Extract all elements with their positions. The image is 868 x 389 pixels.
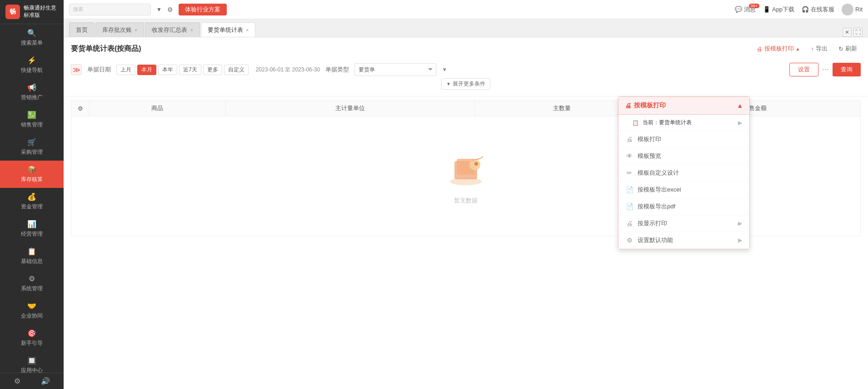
sidebar-label-inventory: 库存核算	[21, 176, 43, 183]
sidebar-item-sales[interactable]: 💹销售管理	[0, 106, 64, 133]
dropdown-icon-export-pdf: 📄	[626, 203, 633, 210]
app-download-btn[interactable]: 📱 App下载	[763, 5, 794, 14]
more-btn[interactable]: ...	[822, 63, 829, 76]
dropdown-item-template-print[interactable]: 🖨模板打印	[619, 131, 749, 148]
expand-more-btn[interactable]: ▼ 展开更多条件	[441, 78, 490, 90]
sidebar-item-collab[interactable]: 🤝企业协同	[0, 297, 64, 324]
sidebar-icon-search: 🔍	[27, 29, 36, 37]
trial-button[interactable]: 体验行业方案	[179, 4, 227, 15]
dropdown-icon-template-print: 🖨	[626, 136, 633, 143]
col-header-settings: ⚙	[71, 101, 90, 116]
dropdown-label-export-excel: 按模板导出excel	[638, 186, 681, 194]
sidebar-item-basic[interactable]: 📋基础信息	[0, 242, 64, 270]
refresh-icon: ↻	[838, 45, 843, 52]
sidebar-label-appstore: 应用中心	[21, 367, 43, 373]
sidebar-label-quick-nav: 快捷导航	[21, 66, 43, 74]
topbar-dropdown-arrow[interactable]: ▼	[156, 6, 162, 13]
sidebar-icon-guide: 🎯	[27, 329, 36, 338]
sidebar-label-search: 搜索菜单	[21, 39, 43, 47]
window-controls: ✕ ⛶	[843, 28, 863, 37]
message-icon: 💬	[735, 6, 742, 13]
sub-chevron-set-default: ▶	[738, 237, 742, 243]
dropdown-icon-template-preview: 👁	[626, 152, 633, 160]
expand-window-btn[interactable]: ⛶	[853, 28, 863, 37]
order-type-label: 单据类型	[325, 66, 349, 74]
date-btn-this-month[interactable]: 本月	[137, 65, 156, 75]
dropdown-item-template-design[interactable]: ✏模板自定义设计	[619, 165, 749, 182]
order-type-select[interactable]: 要货单	[354, 63, 436, 76]
page-title: 要货单统计表(按商品)	[71, 44, 141, 54]
sidebar-item-appstore[interactable]: 🔲应用中心	[0, 352, 64, 373]
dropdown-close-icon[interactable]: ▲	[737, 102, 743, 109]
close-window-btn[interactable]: ✕	[843, 28, 852, 37]
sidebar-item-system[interactable]: ⚙系统管理	[0, 270, 64, 297]
tab-home[interactable]: 首页	[69, 22, 95, 37]
date-btn-prev-month[interactable]: 上月	[116, 65, 135, 75]
query-btn[interactable]: 查询	[833, 63, 861, 76]
avatar-icon	[842, 4, 853, 15]
topbar-search: 搜索	[69, 4, 151, 15]
dropdown-item-export-pdf[interactable]: 📄按模板导出pdf	[619, 198, 749, 215]
col-header-unit: 主计量单位	[225, 101, 475, 116]
sub-label-set-default: 设置默认功能	[638, 236, 673, 244]
dropdown-label-template-design: 模板自定义设计	[638, 169, 679, 177]
sidebar-item-purchase[interactable]: 🛒采购管理	[0, 133, 64, 161]
sidebar-item-marketing[interactable]: 📢营销推广	[0, 79, 64, 106]
tab-batch-account[interactable]: 库存批次账 ×	[95, 22, 144, 37]
sidebar-item-search[interactable]: 🔍搜索菜单	[0, 24, 64, 51]
dropdown-current-item[interactable]: 📋 当前：要货单统计表 ▶	[619, 115, 749, 131]
topbar-gear-icon[interactable]: ⚙	[167, 6, 173, 13]
date-btn-more[interactable]: 更多	[203, 65, 222, 75]
print-icon: 🖨	[757, 45, 763, 52]
sidebar-label-basic: 基础信息	[21, 258, 43, 265]
settings-btn[interactable]: 设置	[789, 63, 818, 76]
dropdown-item-template-preview[interactable]: 👁模板预览	[619, 148, 749, 165]
audio-icon[interactable]: 🔊	[41, 377, 50, 385]
dropdown-sub-display-print[interactable]: 🖨按显示打印▶	[619, 215, 749, 232]
sidebar-icon-marketing: 📢	[27, 83, 36, 92]
sidebar-item-quick-nav[interactable]: ⚡快捷导航	[0, 51, 64, 79]
expand-filter-icon[interactable]: ≫	[71, 64, 82, 75]
date-btn-this-year[interactable]: 本年	[158, 65, 177, 75]
dropdown-sub-set-default[interactable]: ⚙设置默认功能▶	[619, 232, 749, 249]
dropdown-sub-items: 🖨按显示打印▶⚙设置默认功能▶	[619, 215, 749, 249]
sidebar-item-operation[interactable]: 📊经营管理	[0, 215, 64, 242]
empty-text: 暂无数据	[454, 197, 478, 205]
tab-close-collect-summary[interactable]: ×	[190, 27, 193, 33]
user-avatar[interactable]: Rit	[842, 4, 863, 15]
app-download-label: App下载	[772, 5, 794, 14]
chevron-up-icon: ▲	[796, 46, 800, 51]
sub-label-display-print: 按显示打印	[638, 219, 667, 227]
sidebar-label-guide: 新手引导	[21, 339, 43, 347]
print-template-btn[interactable]: 🖨 按模板打印 ▲	[753, 43, 804, 55]
sidebar-item-finance[interactable]: 💰资金管理	[0, 188, 64, 215]
sub-icon-display-print: 🖨	[626, 220, 633, 227]
tab-close-batch-account[interactable]: ×	[135, 27, 137, 33]
dropdown-item-export-excel[interactable]: 📄按模板导出excel	[619, 182, 749, 198]
date-buttons: 上月本月本年近7天更多自定义	[116, 65, 249, 75]
messages-btn[interactable]: 💬 消息 99+	[735, 5, 756, 14]
logo-icon: 畅	[5, 5, 20, 19]
sidebar-icon-collab: 🤝	[27, 302, 36, 310]
tab-order-summary[interactable]: 要货单统计表 ×	[201, 22, 255, 37]
sidebar-icon-purchase: 🛒	[27, 138, 36, 147]
sidebar-item-inventory[interactable]: 📦库存核算	[0, 161, 64, 188]
service-icon: 🎧	[802, 6, 809, 13]
current-template-label: 当前：要货单统计表	[643, 119, 692, 126]
export-btn[interactable]: ↑ 导出	[808, 43, 832, 55]
online-service-btn[interactable]: 🎧 在线客服	[802, 5, 834, 14]
tab-label-home: 首页	[76, 26, 88, 34]
page-content: 要货单统计表(按商品) 🖨 按模板打印 ▲ ↑ 导出 ↻ 刷新	[64, 37, 868, 389]
refresh-btn[interactable]: ↻ 刷新	[835, 43, 861, 55]
date-btn-last-7-days[interactable]: 近7天	[179, 65, 201, 75]
sidebar-label-finance: 资金管理	[21, 203, 43, 211]
date-btn-custom[interactable]: 自定义	[224, 65, 249, 75]
sidebar-item-guide[interactable]: 🎯新手引导	[0, 324, 64, 352]
dropdown-icon-template-design: ✏	[626, 169, 633, 177]
settings-icon[interactable]: ⚙	[14, 377, 20, 385]
sidebar-label-sales: 销售管理	[21, 121, 43, 129]
tab-collect-summary[interactable]: 收发存汇总表 ×	[145, 22, 200, 37]
tab-close-order-summary[interactable]: ×	[246, 27, 249, 33]
topbar: 搜索 ▼ ⚙ 体验行业方案 💬 消息 99+ 📱 App下载 🎧 在线客服 Ri…	[64, 0, 868, 19]
sidebar-icon-quick-nav: ⚡	[27, 56, 36, 65]
